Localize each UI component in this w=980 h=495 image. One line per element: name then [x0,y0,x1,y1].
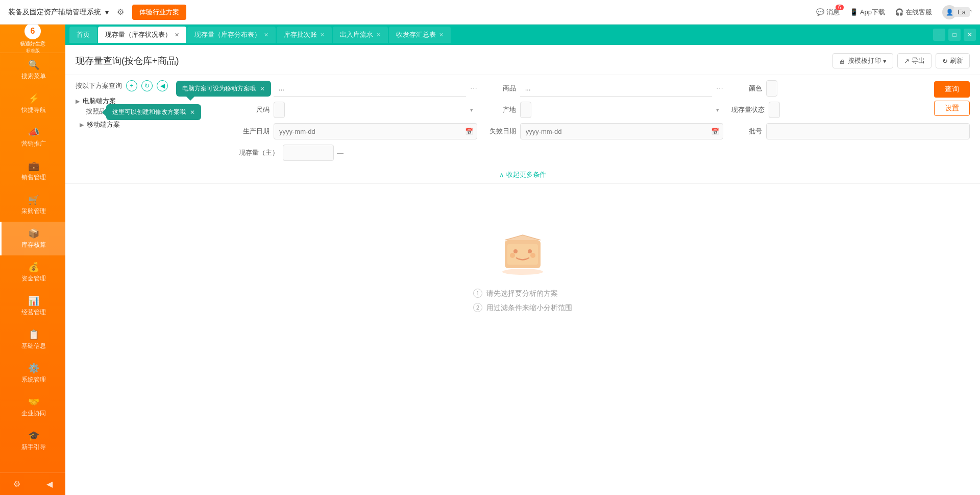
origin-select[interactable] [520,102,531,118]
tab-close-icon[interactable]: ✕ [376,32,381,38]
query-button[interactable]: 查询 [934,81,970,98]
settings-bottom-icon[interactable]: ⚙ [13,479,20,489]
warehouse-more-icon[interactable]: ⋯ [470,84,477,92]
tab-summary[interactable]: 收发存汇总表 ✕ [389,27,451,43]
batch-input[interactable] [766,123,970,139]
tab-home[interactable]: 首页 [69,27,97,43]
sidebar-item-purchase[interactable]: 🛒 采购管理 [0,188,65,222]
collapse-button[interactable]: ∧ 收起更多条件 [65,166,980,183]
filter-row-3: 生产日期 📅 失效日期 [239,123,970,139]
batch-label: 批号 [731,127,762,136]
tab-close-icon[interactable]: ✕ [264,32,268,38]
svg-point-5 [510,253,515,258]
color-select[interactable] [766,80,777,97]
tab-inout[interactable]: 出入库流水 ✕ [333,27,388,43]
experience-button[interactable]: 体验行业方案 [132,5,186,20]
online-support-item[interactable]: 🎧 在线客服 [895,8,932,17]
tooltip-edit-text: 这里可以创建和修改方案哦 [112,108,186,116]
expiry-date-input[interactable] [520,123,724,139]
tab-close-icon[interactable]: ✕ [320,32,325,38]
stock-qty-label: 现存量（主） [239,148,279,157]
top-bar-left: 装备及固定资产辅助管理系统 ▾ ⚙ 体验行业方案 [8,5,186,20]
sidebar-item-label: 快捷导航 [21,106,46,114]
mobile-scheme-label[interactable]: 移动端方案 [87,120,120,129]
tip-text-2: 用过滤条件来缩小分析范围 [486,300,572,315]
filter-origin: 产地 [485,102,724,118]
sidebar-item-sales[interactable]: 💼 销售管理 [0,154,65,188]
system-selector[interactable]: 装备及固定资产辅助管理系统 ▾ [8,8,109,17]
filter-fields: 仓库 ⋯ 商品 ⋯ 颜色 [229,80,970,166]
system-dropdown-icon[interactable]: ▾ [105,8,109,16]
stock-status-select[interactable] [769,102,780,118]
tab-stock-status[interactable]: 现存量（库存状况表） ✕ [98,27,186,43]
cart-icon: 🛒 [28,194,39,205]
app-download-label: App下载 [860,8,885,17]
sidebar-item-search[interactable]: 🔍 搜索菜单 [0,53,65,87]
settings-icon[interactable]: ⚙ [117,7,124,17]
sidebar-item-operations[interactable]: 📊 经营管理 [0,289,65,323]
megaphone-icon: 📣 [28,127,39,138]
reset-button[interactable]: 设置 [934,101,970,116]
expiry-date-calendar-icon[interactable]: 📅 [711,128,719,135]
svg-point-6 [530,253,535,258]
tab-bar: 首页 现存量（库存状况表） ✕ 现存量（库存分布表） ✕ 库存批次账 ✕ 出入库… [65,25,980,45]
tab-minimize-btn[interactable]: － [933,29,945,41]
empty-tip-2: 2 用过滤条件来缩小分析范围 [473,300,572,315]
template-print-button[interactable]: 🖨 按模板打印 ▾ [832,53,893,68]
refresh-scheme-btn[interactable]: ↻ [141,80,153,91]
tab-close-icon[interactable]: ✕ [439,32,444,38]
prod-date-input[interactable] [274,123,477,139]
sidebar-item-system[interactable]: ⚙️ 系统管理 [0,357,65,390]
chart-icon: 📊 [28,295,39,307]
export-icon: ↗ [904,57,910,65]
warehouse-input[interactable] [274,80,466,97]
sidebar-item-marketing[interactable]: 📣 营销推广 [0,121,65,154]
filter-label-row: 按以下方案查询 + ↻ ◀ 电脑方案可设为移动方案哦 [76,80,229,91]
prod-date-calendar-icon[interactable]: 📅 [465,128,473,135]
tab-label: 收发存汇总表 [396,30,436,39]
tab-label: 现存量（库存状况表） [105,30,172,39]
logo-text: 畅通好生意 [20,40,45,48]
tab-close-all-btn[interactable]: ✕ [964,29,976,41]
sidebar-item-basics[interactable]: 📋 基础信息 [0,323,65,357]
collapse-sidebar-icon[interactable]: ◀ [46,479,53,489]
goods-input[interactable] [520,80,713,97]
sidebar-item-label: 经营管理 [21,308,46,317]
sidebar-menu: 🔍 搜索菜单 ⚡ 快捷导航 📣 营销推广 💼 销售管理 🛒 采购管理 [0,53,65,473]
empty-tips: 1 请先选择要分析的方案 2 用过滤条件来缩小分析范围 [473,286,572,315]
tab-stock-dist[interactable]: 现存量（库存分布表） ✕ [187,27,276,43]
goods-more-icon[interactable]: ⋯ [716,84,723,92]
sidebar-item-inventory[interactable]: 📦 库存核算 [0,222,65,255]
tab-close-icon[interactable]: ✕ [175,32,179,38]
tooltip-scheme-close[interactable]: ✕ [260,85,265,92]
sidebar-item-label: 库存核算 [21,241,46,249]
search-icon: 🔍 [28,59,39,70]
sidebar-item-enterprise[interactable]: 🤝 企业协同 [0,390,65,424]
export-button[interactable]: ↗ 导出 [897,53,932,68]
filter-batch: 批号 [731,123,970,139]
filter-header-row: 按以下方案查询 + ↻ ◀ 电脑方案可设为移动方案哦 [65,75,980,166]
tooltip-edit-close[interactable]: ✕ [190,109,195,116]
ea-badge: Ea [953,7,970,17]
notification-item[interactable]: 💬 消息 6 [816,8,840,17]
tab-label: 库存批次账 [284,30,317,39]
tab-maximize-btn[interactable]: □ [948,29,961,41]
online-support-label: 在线客服 [905,8,932,17]
app-download-item[interactable]: 📱 App下载 [850,8,885,17]
sidebar-item-quick-nav[interactable]: ⚡ 快捷导航 [0,87,65,121]
inventory-icon: 📦 [28,228,39,239]
stock-qty-min-input[interactable] [283,145,334,161]
add-scheme-btn[interactable]: + [126,80,137,91]
refresh-button[interactable]: ↻ 刷新 [936,53,970,68]
size-select[interactable] [274,102,285,118]
system-name: 装备及固定资产辅助管理系统 [8,8,101,17]
headset-icon: 🎧 [895,8,903,16]
prev-scheme-btn[interactable]: ◀ [157,80,168,91]
filter-size: 尺码 [239,102,477,118]
sidebar-item-guide[interactable]: 🎓 新手引导 [0,424,65,458]
origin-label: 产地 [485,105,516,114]
print-icon: 🖨 [839,57,846,65]
goods-label: 商品 [485,84,516,93]
tab-batch[interactable]: 库存批次账 ✕ [277,27,332,43]
sidebar-item-finance[interactable]: 💰 资金管理 [0,255,65,289]
